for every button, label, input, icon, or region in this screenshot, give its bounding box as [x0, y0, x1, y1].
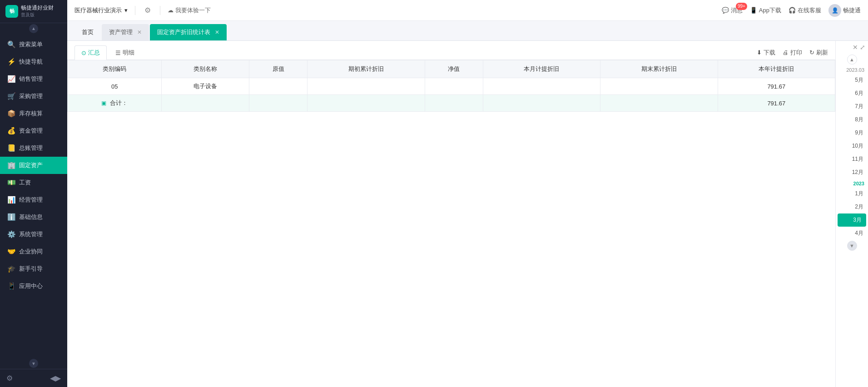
- total-end-acc: [600, 95, 718, 112]
- system-icon: ⚙️: [7, 230, 15, 238]
- sidebar-item-search[interactable]: 🔍 搜索菜单: [0, 36, 67, 53]
- sidebar-item-finance[interactable]: 💰 资金管理: [0, 122, 67, 139]
- sidebar-item-app-center[interactable]: 📱 应用中心: [0, 278, 67, 295]
- table-row[interactable]: 05 电子设备 791.67: [68, 78, 835, 95]
- avatar: 👤: [828, 4, 841, 17]
- month-item-7[interactable]: 7月: [836, 100, 868, 113]
- col-initial-acc: 期初累计折旧: [308, 60, 425, 78]
- total-label-cell: ▣ 合计：: [68, 95, 162, 112]
- detail-lines-icon: ☰: [115, 50, 121, 56]
- subtab-summary-label: 汇总: [88, 49, 100, 57]
- month-item-11[interactable]: 11月: [836, 153, 868, 166]
- app-version: 普及版: [21, 12, 54, 18]
- cell-net: [425, 78, 483, 95]
- company-selector[interactable]: 医疗器械行业演示 ▾: [74, 6, 128, 15]
- refresh-action-label: 刷新: [816, 49, 828, 57]
- refresh-icon: ↻: [809, 49, 814, 56]
- sidebar-item-label: 应用中心: [19, 282, 43, 290]
- month-item-12[interactable]: 12月: [836, 166, 868, 179]
- subtab-detail[interactable]: ☰ 明细: [109, 45, 141, 60]
- month-item-9[interactable]: 9月: [836, 126, 868, 139]
- nav-down-btn[interactable]: ▼: [847, 241, 857, 251]
- company-name: 医疗器械行业演示: [74, 6, 122, 15]
- cell-code: 05: [68, 78, 162, 95]
- month-list: ▲ 2023.03 5月 6月 7月 8月 9月 10月 11月 12月 202…: [836, 54, 868, 387]
- expand-panel-icon[interactable]: ⤢: [860, 44, 865, 51]
- col-original: 原值: [249, 60, 308, 78]
- content-main: ⊙ 汇总 ☰ 明细 ⬇ 下载 🖨 打印: [67, 41, 835, 387]
- guide-icon: 🎓: [7, 265, 15, 273]
- tab-home[interactable]: 首页: [74, 24, 101, 40]
- month-item-1[interactable]: 1月: [836, 187, 868, 200]
- download-action[interactable]: ⬇ 下载: [757, 49, 775, 57]
- scroll-down-btn[interactable]: ▼: [29, 359, 38, 368]
- message-badge: 99+: [736, 3, 747, 10]
- sidebar-item-cooperation[interactable]: 🤝 企业协同: [0, 243, 67, 260]
- ledger-icon: 📒: [7, 144, 15, 152]
- lightning-icon: ⚡: [7, 58, 15, 66]
- print-icon: 🖨: [783, 49, 789, 56]
- subtab-summary[interactable]: ⊙ 汇总: [74, 45, 107, 60]
- sidebar-item-sales[interactable]: 📈 销售管理: [0, 70, 67, 88]
- sidebar-item-label: 搜索菜单: [19, 40, 43, 49]
- user-btn[interactable]: 👤 畅捷通: [828, 4, 861, 17]
- sidebar-item-purchase[interactable]: 🛒 采购管理: [0, 88, 67, 105]
- sidebar-item-inventory[interactable]: 📦 库存核算: [0, 105, 67, 122]
- download-btn[interactable]: 📱 App下载: [750, 6, 781, 15]
- info-icon: ℹ️: [7, 213, 15, 221]
- sidebar-item-quick-nav[interactable]: ⚡ 快捷导航: [0, 53, 67, 70]
- service-icon: 🎧: [789, 7, 796, 14]
- close-panel-icon[interactable]: ✕: [853, 44, 858, 51]
- sidebar-item-guide[interactable]: 🎓 新手引导: [0, 260, 67, 278]
- download-action-icon: ⬇: [757, 49, 762, 56]
- download-label: App下载: [759, 6, 781, 15]
- total-initial-acc: [308, 95, 425, 112]
- month-item-6[interactable]: 6月: [836, 87, 868, 100]
- operations-icon: 📊: [7, 196, 15, 204]
- tab-close-active-icon[interactable]: ✕: [215, 29, 219, 35]
- month-item-10[interactable]: 10月: [836, 139, 868, 153]
- sidebar-item-label: 快捷导航: [19, 58, 43, 66]
- settings-bottom-icon[interactable]: ⚙: [6, 374, 13, 382]
- sidebar-item-payroll[interactable]: 💵 工资: [0, 174, 67, 191]
- month-item-3[interactable]: 3月: [838, 213, 866, 227]
- total-row: ▣ 合计： 791.67: [68, 95, 835, 112]
- tab-close-icon[interactable]: ✕: [137, 29, 142, 35]
- sidebar-item-label: 基础信息: [19, 213, 43, 221]
- month-item-2[interactable]: 2月: [836, 200, 868, 213]
- scroll-up-btn[interactable]: ▲: [29, 24, 38, 33]
- sidebar-item-label: 采购管理: [19, 92, 43, 100]
- col-name: 类别名称: [162, 60, 249, 78]
- tab-home-label: 首页: [82, 28, 94, 36]
- service-btn[interactable]: 🎧 在线客服: [789, 6, 821, 15]
- gear-icon[interactable]: ⚙: [143, 4, 153, 16]
- download-icon: 📱: [750, 7, 757, 14]
- sidebar-item-label: 固定资产: [19, 161, 43, 169]
- nav-up-btn[interactable]: ▲: [847, 55, 857, 64]
- subtab-left: ⊙ 汇总 ☰ 明细: [74, 45, 141, 60]
- tab-depreciation[interactable]: 固定资产折旧统计表 ✕: [150, 24, 227, 40]
- tab-asset-mgmt[interactable]: 资产管理 ✕: [102, 24, 149, 40]
- sidebar-item-label: 库存核算: [19, 109, 43, 118]
- cell-monthly: [483, 78, 600, 95]
- sidebar-item-label: 企业协同: [19, 248, 43, 256]
- month-item-4[interactable]: 4月: [836, 227, 868, 240]
- sidebar-item-system[interactable]: ⚙️ 系统管理: [0, 226, 67, 243]
- message-btn[interactable]: 💬 消息 99+: [722, 6, 743, 15]
- month-item-8[interactable]: 8月: [836, 113, 868, 126]
- tab-asset-mgmt-label: 资产管理: [109, 28, 133, 36]
- print-action[interactable]: 🖨 打印: [783, 49, 802, 57]
- month-item-5[interactable]: 5月: [836, 74, 868, 87]
- collapse-icon[interactable]: ◀▶: [50, 374, 61, 382]
- experience-btn[interactable]: ☁ 我要体验一下: [168, 6, 211, 15]
- refresh-action[interactable]: ↻ 刷新: [809, 49, 828, 57]
- sidebar-item-operations[interactable]: 📊 经营管理: [0, 191, 67, 208]
- sidebar-item-fixed-assets[interactable]: 🏢 固定资产: [0, 157, 67, 174]
- cell-initial-acc: [308, 78, 425, 95]
- col-net: 净值: [425, 60, 483, 78]
- sidebar-item-basic-info[interactable]: ℹ️ 基础信息: [0, 208, 67, 226]
- total-col2: [162, 95, 249, 112]
- col-annual: 本年计提折旧: [718, 60, 835, 78]
- depreciation-table: 类别编码 类别名称 原值 期初累计折旧 净值 本月计提折旧 期末累计折旧 本年计…: [67, 60, 835, 112]
- sidebar-item-ledger[interactable]: 📒 总账管理: [0, 139, 67, 157]
